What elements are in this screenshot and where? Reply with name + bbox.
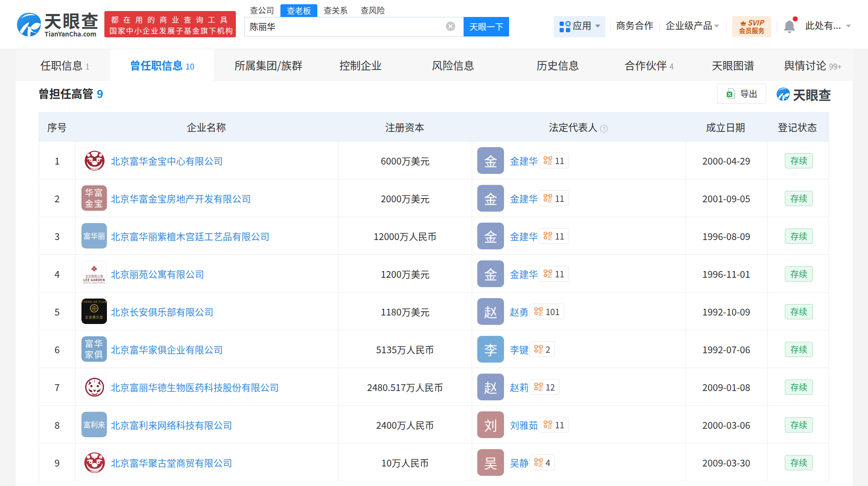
svg-text:企: 企 bbox=[547, 422, 552, 429]
svg-text:企: 企 bbox=[547, 158, 552, 165]
svg-text:企: 企 bbox=[547, 271, 552, 278]
svg-text:企: 企 bbox=[538, 347, 543, 354]
svg-text:企: 企 bbox=[538, 460, 543, 467]
svg-text:企: 企 bbox=[547, 196, 552, 203]
svg-text:企: 企 bbox=[538, 309, 543, 316]
svg-text:企: 企 bbox=[538, 385, 543, 391]
svg-text:企: 企 bbox=[547, 234, 552, 240]
svg-text:?: ? bbox=[603, 125, 605, 131]
